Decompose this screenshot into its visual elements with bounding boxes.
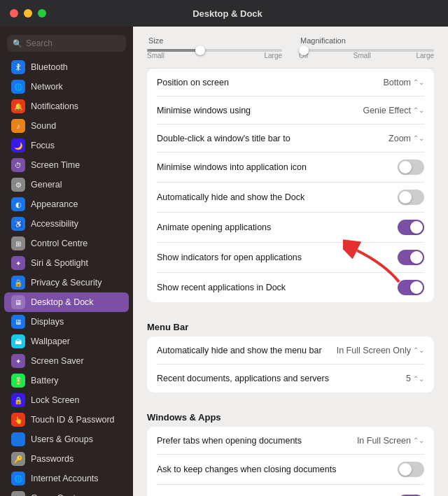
setting-row-auto-hide-menubar: Automatically hide and show the menu bar…: [157, 336, 424, 364]
sidebar-label-desktop-dock: Desktop & Dock: [31, 297, 94, 307]
setting-row-auto-hide: Automatically hide and show the Dock: [157, 183, 424, 213]
general-icon: ⚙: [11, 178, 25, 192]
users-groups-icon: 👤: [11, 432, 25, 446]
sidebar-label-lock-screen: Lock Screen: [31, 395, 79, 405]
sidebar-label-sound: Sound: [31, 121, 56, 131]
prefer-tabs-label: Prefer tabs when opening documents: [157, 436, 357, 446]
setting-row-minimise-icon: Minimise windows into application icon: [157, 153, 424, 183]
double-click-label: Double-click a window's title bar to: [157, 134, 388, 143]
sidebar-label-game-center: Game Center: [31, 493, 83, 496]
indicators-toggle[interactable]: [398, 250, 424, 265]
windows-apps-group: Prefer tabs when opening documents In Fu…: [147, 427, 434, 496]
search-input[interactable]: [26, 38, 120, 48]
auto-hide-menubar-value[interactable]: In Full Screen Only ⌃⌄: [337, 346, 424, 355]
sidebar-item-lock-screen[interactable]: 🔒 Lock Screen: [4, 390, 129, 410]
ask-keep-toggle[interactable]: [398, 462, 424, 477]
sidebar-label-touch-id: Touch ID & Password: [31, 415, 115, 425]
sidebar-item-displays[interactable]: 🖥 Displays: [4, 312, 129, 332]
sidebar-item-bluetooth[interactable]: Bluetooth: [4, 57, 129, 77]
recent-toggle[interactable]: [398, 280, 424, 295]
minimise-value[interactable]: Genie Effect ⌃⌄: [363, 106, 424, 115]
sidebar-label-wallpaper: Wallpaper: [31, 336, 70, 346]
setting-row-recent: Show recent applications in Dock: [157, 273, 424, 302]
desktop-dock-icon: 🖥: [11, 295, 25, 309]
sidebar-item-appearance[interactable]: ◐ Appearance: [4, 194, 129, 214]
sidebar-item-internet-accounts[interactable]: 🌐 Internet Accounts: [4, 469, 129, 488]
recent-docs-value[interactable]: 5 ⌃⌄: [406, 374, 424, 383]
battery-icon: 🔋: [11, 374, 25, 388]
minimise-icon-toggle[interactable]: [398, 160, 424, 175]
sidebar-item-screen-saver[interactable]: ✦ Screen Saver: [4, 351, 129, 371]
sidebar-item-sound[interactable]: ♪ Sound: [4, 116, 129, 136]
internet-accounts-icon: 🌐: [11, 472, 25, 486]
minimise-stepper-icon: ⌃⌄: [413, 106, 424, 114]
search-box[interactable]: 🔍: [7, 35, 126, 52]
sidebar-item-siri-spotlight[interactable]: ✦ Siri & Spotlight: [4, 253, 129, 273]
setting-row-animate: Animate opening applications: [157, 213, 424, 243]
sidebar-item-privacy-security[interactable]: 🔒 Privacy & Security: [4, 273, 129, 292]
position-stepper-icon: ⌃⌄: [413, 78, 424, 86]
sidebar-item-desktop-dock[interactable]: 🖥 Desktop & Dock: [4, 292, 129, 312]
sidebar-item-accessibility[interactable]: ♿ Accessibility: [4, 214, 129, 234]
wallpaper-icon: 🏔: [11, 334, 25, 348]
setting-row-prefer-tabs: Prefer tabs when opening documents In Fu…: [157, 427, 424, 455]
magnification-slider-group: Magnification Off Small Large: [299, 36, 434, 61]
sidebar-label-control-centre: Control Centre: [31, 239, 88, 248]
control-centre-icon: ⊞: [11, 236, 25, 250]
menu-bar-header: Menu Bar: [147, 312, 434, 336]
magnification-thumb[interactable]: [299, 45, 309, 55]
auto-hide-thumb: [399, 191, 412, 204]
recent-docs-stepper-icon: ⌃⌄: [413, 375, 424, 383]
sidebar-label-screen-time: Screen Time: [31, 160, 80, 170]
position-value[interactable]: Bottom ⌃⌄: [383, 78, 424, 87]
sidebar-label-focus: Focus: [31, 141, 55, 150]
sidebar-item-control-centre[interactable]: ⊞ Control Centre: [4, 234, 129, 253]
network-icon: 🌐: [11, 80, 25, 94]
sidebar-item-battery[interactable]: 🔋 Battery: [4, 371, 129, 390]
sidebar-label-internet-accounts: Internet Accounts: [31, 474, 99, 483]
size-track[interactable]: [147, 49, 282, 52]
ask-keep-thumb: [399, 463, 412, 476]
sidebar-item-users-groups[interactable]: 👤 Users & Groups: [4, 430, 129, 449]
magnification-range-labels: Off Small Large: [299, 52, 434, 59]
sidebar-item-game-center[interactable]: 🎮 Game Center: [4, 488, 129, 496]
minimise-icon-label: Minimise windows into application icon: [157, 162, 398, 172]
focus-icon: 🌙: [11, 139, 25, 153]
menubar-stepper-icon: ⌃⌄: [413, 346, 424, 354]
sidebar-item-touch-id[interactable]: 👆 Touch ID & Password: [4, 410, 129, 430]
sidebar-label-privacy: Privacy & Security: [31, 278, 102, 288]
animate-toggle[interactable]: [398, 220, 424, 235]
sidebar-item-passwords[interactable]: 🔑 Passwords: [4, 449, 129, 469]
size-range-labels: Small Large: [147, 52, 282, 59]
magnification-track[interactable]: [299, 49, 434, 52]
sidebar-item-screen-time[interactable]: ⏱ Screen Time: [4, 155, 129, 175]
sidebar-item-notifications[interactable]: 🔔 Notifications: [4, 97, 129, 116]
sidebar-item-general[interactable]: ⚙ General: [4, 175, 129, 194]
sidebar-item-wallpaper[interactable]: 🏔 Wallpaper: [4, 332, 129, 351]
touch-id-icon: 👆: [11, 413, 25, 427]
sidebar-item-network[interactable]: 🌐 Network: [4, 77, 129, 97]
displays-icon: 🖥: [11, 315, 25, 329]
minimise-icon-thumb: [399, 161, 412, 173]
sidebar-label-bluetooth: Bluetooth: [31, 62, 68, 72]
lock-screen-icon: 🔒: [11, 393, 25, 407]
sidebar-label-users-groups: Users & Groups: [31, 434, 93, 444]
search-icon: 🔍: [13, 39, 22, 48]
double-click-stepper-icon: ⌃⌄: [413, 134, 424, 142]
sidebar: 🔍 Bluetooth 🌐 Network 🔔 Notification: [0, 27, 133, 496]
size-label: Size: [147, 36, 282, 45]
double-click-value[interactable]: Zoom ⌃⌄: [388, 134, 424, 143]
sidebar-item-focus[interactable]: 🌙 Focus: [4, 136, 129, 155]
auto-hide-toggle[interactable]: [398, 190, 424, 205]
main-layout: 🔍 Bluetooth 🌐 Network 🔔 Notification: [0, 27, 448, 496]
ask-keep-label: Ask to keep changes when closing documen…: [157, 465, 398, 474]
privacy-icon: 🔒: [11, 276, 25, 290]
setting-row-close-windows: Close windows when quitting an applicati…: [157, 485, 424, 496]
recent-label: Show recent applications in Dock: [157, 283, 398, 292]
prefer-tabs-value[interactable]: In Full Screen ⌃⌄: [357, 436, 424, 446]
auto-hide-menubar-label: Automatically hide and show the menu bar: [157, 346, 337, 355]
sidebar-label-notifications: Notifications: [31, 101, 78, 111]
setting-row-position: Position on screen Bottom ⌃⌄: [157, 69, 424, 97]
sidebar-label-displays: Displays: [31, 317, 64, 327]
auto-hide-label: Automatically hide and show the Dock: [157, 192, 398, 202]
